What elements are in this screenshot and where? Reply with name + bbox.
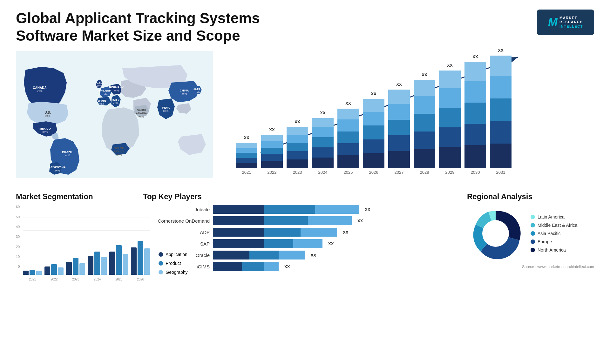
logo-area: M MARKET RESEARCH INTELLECT: [537, 10, 594, 35]
growth-chart-section: XXXXXXXXXXXXXXXXXXXXXX 20212022202320242…: [222, 51, 594, 187]
china-label: CHINA: [180, 89, 189, 92]
france-label: FRANCE: [99, 90, 111, 93]
brazil-label: BRAZIL: [62, 151, 73, 154]
player-row-sap: SAPXX: [143, 239, 461, 248]
world-map: CANADA xx% U.S. xx% MEXICO xx% BRAZIL xx…: [16, 51, 213, 184]
svg-text:ARABIA: ARABIA: [136, 112, 147, 115]
us-label: U.S.: [44, 111, 51, 114]
bar-2027: XX: [388, 90, 410, 168]
bar-2030: XX: [464, 62, 487, 168]
logo-letter: M: [548, 16, 558, 29]
seg-group-2026: 2026: [131, 241, 150, 275]
legend-color-eu: [531, 239, 535, 244]
seg-group-2025: 2025: [109, 245, 128, 275]
logo-line1: MARKET: [559, 16, 583, 20]
world-map-svg: CANADA xx% U.S. xx% MEXICO xx% BRAZIL xx…: [16, 51, 213, 178]
svg-text:xx%: xx%: [113, 102, 118, 105]
svg-text:xx%: xx%: [113, 89, 119, 92]
legend-color-la: [531, 215, 535, 219]
player-row-oracle: OracleXX: [143, 251, 461, 260]
bar-2021: XX: [235, 143, 258, 168]
bar-2022: XX: [261, 135, 283, 168]
segmentation-section: Market Segmentation 0 10 20 30 40 50 60: [16, 192, 137, 294]
italy-label: ITALY: [112, 98, 120, 102]
regional-title: Regional Analysis: [467, 192, 594, 201]
map-section: CANADA xx% U.S. xx% MEXICO xx% BRAZIL xx…: [16, 51, 213, 187]
bar-2025: XX: [337, 109, 360, 168]
svg-text:xx%: xx%: [195, 91, 200, 94]
legend-europe: Europe: [531, 239, 577, 244]
logo-line3: INTELLECT: [559, 24, 583, 29]
seg-group-2021: 2021: [23, 270, 42, 275]
logo-box: M MARKET RESEARCH INTELLECT: [537, 10, 594, 35]
svg-text:xx%: xx%: [163, 109, 168, 112]
southafrica-label: SOUTH: [114, 147, 124, 150]
source-text: Source : www.marketresearchintellect.com: [467, 265, 594, 269]
svg-text:xx%: xx%: [102, 93, 107, 96]
legend-north-america: North America: [531, 247, 577, 253]
seg-group-2024: 2024: [88, 252, 107, 275]
seg-y-axis: 0 10 20 30 40 50 60: [16, 205, 20, 275]
legend-color-ap: [531, 231, 535, 236]
legend-color-na: [531, 248, 535, 252]
pie-legend: Latin America Middle East & Africa Asia …: [531, 214, 577, 253]
bar-2026: XX: [362, 99, 385, 168]
pie-svg: [467, 205, 524, 262]
spain-label: SPAIN: [98, 99, 106, 102]
svg-text:xx%: xx%: [96, 84, 102, 87]
player-row-cornerstone-ondemand: Cornerstone OnDemandXX: [143, 216, 461, 225]
svg-text:AFRICA: AFRICA: [114, 150, 125, 153]
bar-2023: XX: [286, 127, 309, 168]
svg-text:xx%: xx%: [42, 130, 48, 133]
page-title: Global Applicant Tracking Systems Softwa…: [16, 10, 302, 44]
argentina-label: ARGENTINA: [49, 166, 66, 169]
india-label: INDIA: [162, 106, 170, 109]
key-players-title: Top Key Players: [143, 192, 461, 201]
svg-text:xx%: xx%: [181, 92, 187, 95]
bar-2029: XX: [438, 71, 461, 168]
uk-label: U.K.: [96, 81, 102, 84]
legend-latin-america: Latin America: [531, 214, 577, 219]
regional-content: Latin America Middle East & Africa Asia …: [467, 205, 594, 262]
pie-hole: [482, 220, 509, 247]
pie-chart: [467, 205, 524, 262]
seg-group-2023: 2023: [66, 258, 85, 275]
regional-section: Regional Analysis: [467, 192, 594, 294]
svg-text:xx%: xx%: [45, 114, 50, 118]
mexico-label: MEXICO: [39, 127, 51, 130]
seg-group-2022: 2022: [44, 264, 64, 275]
svg-text:xx%: xx%: [64, 154, 70, 157]
legend-asia-pacific: Asia Pacific: [531, 231, 577, 236]
player-row-icims: iCIMSXX: [143, 262, 461, 271]
svg-text:xx%: xx%: [54, 169, 60, 172]
bar-2031: XX: [489, 56, 512, 168]
svg-text:xx%: xx%: [99, 102, 104, 105]
player-row-adp: ADPXX: [143, 228, 461, 237]
legend-color-mea: [531, 223, 535, 227]
svg-text:xx%: xx%: [139, 115, 144, 118]
player-row-jobvite: JobviteXX: [143, 205, 461, 214]
japan-label: JAPAN: [193, 88, 203, 91]
bottom-row: Market Segmentation 0 10 20 30 40 50 60: [16, 192, 594, 294]
bar-2028: XX: [413, 80, 436, 168]
saudi-label: SAUDI: [137, 109, 146, 112]
svg-text:xx%: xx%: [116, 153, 122, 156]
legend-middle-east-africa: Middle East & Africa: [531, 223, 577, 228]
logo-line2: RESEARCH: [559, 20, 583, 24]
canada-label: CANADA: [33, 86, 46, 90]
key-players-section: Top Key Players JobviteXXCornerstone OnD…: [143, 192, 461, 294]
page-header: Global Applicant Tracking Systems Softwa…: [16, 10, 594, 44]
segmentation-title: Market Segmentation: [16, 192, 137, 201]
germany-label: GERMANY: [109, 86, 124, 89]
bar-2024: XX: [311, 118, 334, 168]
svg-text:xx%: xx%: [37, 90, 42, 93]
players-list: JobviteXXCornerstone OnDemandXXADPXXSAPX…: [143, 205, 461, 271]
